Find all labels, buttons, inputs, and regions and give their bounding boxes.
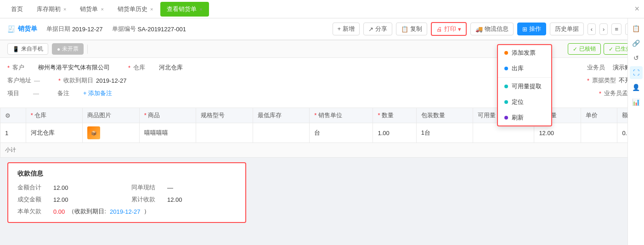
total-row: 金额合计 12.00 <box>17 183 122 192</box>
col-unit: * 销售单位 <box>310 108 373 123</box>
row-product: 嘻嘻嘻嘻 <box>139 123 196 143</box>
row-unit: 台 <box>310 123 373 143</box>
document-meta: 单据日期 2019-12-27 单据编号 SA-20191227-001 <box>46 25 186 33</box>
col-image: 商品图片 <box>83 108 139 123</box>
row-qty: 1.00 <box>373 123 416 143</box>
right-sidebar: 📋 🔗 ↺ ⛶ 👤 📊 <box>627 18 644 228</box>
dropdown-outbound[interactable]: 出库 <box>498 61 551 76</box>
date-field: 单据日期 2019-12-27 <box>46 25 103 33</box>
tab-inventory-close[interactable]: × <box>63 6 66 12</box>
row-image: 📦 <box>83 123 139 143</box>
tab-home[interactable]: 首页 <box>5 2 29 17</box>
ticket-icon: ● <box>57 46 60 52</box>
sidebar-icon-refresh[interactable]: ↺ <box>630 51 643 64</box>
available-qty-dot <box>504 85 508 88</box>
col-product: * 商品 <box>139 108 196 123</box>
col-pkg-qty: 包装数量 <box>416 108 473 123</box>
operations-icon: ⊞ <box>522 26 527 33</box>
share-button[interactable]: ↗ 分享 <box>363 23 392 35</box>
close-window-button[interactable]: × <box>634 4 639 14</box>
address-field: 客户地址 — <box>7 76 40 85</box>
col-min-stock: 最低库存 <box>253 108 309 123</box>
settings-icon[interactable]: ⚙ <box>5 112 11 119</box>
col-warehouse: * 仓库 <box>26 108 82 123</box>
new-button[interactable]: + 新增 <box>333 23 360 35</box>
payment-grid: 金额合计 12.00 同单现结 — 成交金额 12.00 累计收款 12.00 … <box>17 183 236 216</box>
customer-field: * 客户 柳州粤港平安气体有限公司 <box>7 63 110 72</box>
not-open-button[interactable]: ● 未开票 <box>52 43 84 55</box>
dropdown-refresh[interactable]: 刷新 <box>498 110 551 125</box>
outbound-dot <box>504 67 508 70</box>
dropdown-add-invoice[interactable]: 添加发票 <box>498 45 551 61</box>
refresh-dot <box>504 116 508 120</box>
divider <box>87 45 88 54</box>
tab-sales-close[interactable]: × <box>101 6 103 12</box>
row-min-stock <box>253 123 309 143</box>
print-dropdown-arrow: ▾ <box>458 26 461 33</box>
product-image: 📦 <box>87 126 100 139</box>
copy-icon: 📋 <box>401 26 408 33</box>
col-price: 单价 <box>581 108 617 123</box>
document-header: 🧾 销货单 单据日期 2019-12-27 单据编号 SA-20191227-0… <box>0 18 644 40</box>
sidebar-icon-expand[interactable]: ⛶ <box>630 66 643 79</box>
payment-date-field: * 收款到期日 2019-12-27 <box>58 76 127 85</box>
tab-bar: 首页 库存期初 × 销货单 × 销货单历史 × 查看销货单 × × <box>0 0 644 18</box>
share-icon: ↗ <box>368 26 373 33</box>
owe-row: 本单欠款 0.00 （收款到期日: 2019-12-27 ） <box>17 207 236 216</box>
operations-button[interactable]: ⊞ 操作 <box>517 23 546 35</box>
dropdown-locate[interactable]: 定位 <box>498 94 551 110</box>
check-icon: ✓ <box>573 46 577 52</box>
logistics-icon: 🚚 <box>475 26 483 33</box>
effective-check-icon: ✓ <box>609 46 613 52</box>
col-spec: 规格型号 <box>196 108 253 123</box>
payment-info-title: 收款信息 <box>17 170 236 178</box>
sidebar-icon-user[interactable]: 👤 <box>630 81 643 94</box>
dropdown-available-qty[interactable]: 可用量提取 <box>498 79 551 94</box>
payment-info-box: 收款信息 金额合计 12.00 同单现结 — 成交金额 12.00 累计收款 1… <box>7 162 246 223</box>
add-note-button[interactable]: + 添加备注 <box>83 89 112 97</box>
locate-dot <box>504 100 508 104</box>
doc-icon: 🧾 <box>7 25 15 33</box>
sold-badge: ✓ 已核销 <box>568 43 601 55</box>
col-qty: * 数量 <box>373 108 416 123</box>
next-button[interactable]: › <box>599 23 608 35</box>
transaction-row: 成交金额 12.00 <box>17 195 122 204</box>
tab-sales-history[interactable]: 销货单历史 × <box>111 2 159 17</box>
tab-sales-history-close[interactable]: × <box>150 6 153 12</box>
number-field: 单据编号 SA-20191227-001 <box>112 25 186 33</box>
document-actions: + 新增 ↗ 分享 📋 复制 🖨 打印 ▾ 🚚 物流信息 ⊞ 操作 历史单据 ‹… <box>333 22 637 36</box>
dropdown-divider <box>498 77 551 78</box>
tab-view-sales[interactable]: 查看销货单 × <box>160 2 209 17</box>
tab-inventory[interactable]: 库存期初 × <box>30 2 73 17</box>
row-no: 1 <box>0 123 26 143</box>
same-order-row: 同单现结 — <box>131 183 236 192</box>
logistics-button[interactable]: 🚚 物流信息 <box>470 23 514 35</box>
sidebar-icon-chart[interactable]: 📊 <box>630 96 643 108</box>
project-field: 项目 — <box>7 89 39 97</box>
prev-button[interactable]: ‹ <box>588 23 596 35</box>
operations-dropdown: 添加发票 出库 可用量提取 定位 刷新 <box>497 44 552 126</box>
row-warehouse: 河北仓库 <box>26 123 82 143</box>
row-spec <box>196 123 253 143</box>
accumulated-row: 累计收款 12.00 <box>131 195 236 204</box>
subtotal-row: 小计 <box>0 143 644 158</box>
row-pkg-qty: 1台 <box>416 123 473 143</box>
add-invoice-dot <box>504 51 508 55</box>
copy-button[interactable]: 📋 复制 <box>396 23 427 35</box>
sidebar-icon-doc[interactable]: 📋 <box>630 22 643 35</box>
toolbar-right: ✓ 已核销 ✓ 已生效 <box>568 43 637 55</box>
history-button[interactable]: 历史单据 <box>550 23 584 35</box>
view1-button[interactable]: ≡ <box>611 23 621 35</box>
warehouse-field: * 仓库 河北仓库 <box>128 63 183 72</box>
phone-icon: 📱 <box>12 46 19 52</box>
subtotal-label: 小计 <box>0 143 644 158</box>
sidebar-icon-link[interactable]: 🔗 <box>630 37 643 50</box>
col-settings: ⚙ <box>0 108 26 123</box>
tab-view-sales-close[interactable]: × <box>199 6 202 12</box>
from-phone-button[interactable]: 📱 来自手机 <box>7 43 48 55</box>
print-button[interactable]: 🖨 打印 ▾ <box>431 22 467 36</box>
row-price <box>581 123 617 143</box>
note-field: 备注 + 添加备注 <box>57 89 112 97</box>
tab-sales[interactable]: 销货单 × <box>73 2 110 17</box>
document-title: 🧾 销货单 <box>7 25 37 33</box>
